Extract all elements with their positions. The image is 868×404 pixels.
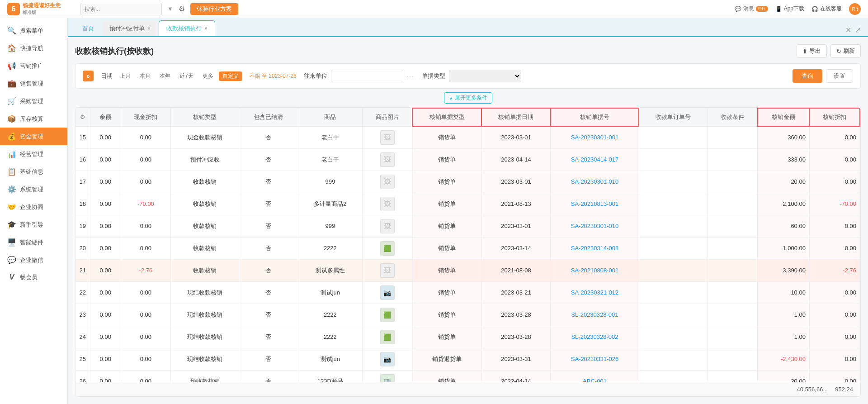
td-product: 999	[298, 215, 362, 237]
tab-bar: 首页 预付冲应付单 × 收款核销执行 × ✕ ⤢	[68, 18, 868, 37]
sidebar-item-nav[interactable]: 🏠 快捷导航	[0, 39, 67, 57]
settings-icon[interactable]: ⚙	[179, 5, 185, 13]
date-opt-this-year[interactable]: 本年	[156, 71, 174, 81]
bill-no-link[interactable]: SA-20210813-001	[571, 200, 619, 207]
sidebar-item-hardware[interactable]: 🖥️ 智能硬件	[0, 233, 67, 251]
date-opt-this-month[interactable]: 本月	[136, 71, 154, 81]
td-writeoff-amount: 2,100.00	[758, 193, 810, 215]
bill-type-select[interactable]	[449, 70, 521, 82]
bill-no-link[interactable]: SA-20230331-026	[571, 356, 619, 362]
td-receipt-condition	[708, 126, 758, 148]
sidebar-item-collab[interactable]: 🤝 企业协同	[0, 198, 67, 216]
sidebar-item-purchase[interactable]: 🛒 采购管理	[0, 92, 67, 110]
sidebar-item-member[interactable]: V 畅会员	[0, 269, 67, 286]
sidebar-item-system[interactable]: ⚙️ 系统管理	[0, 181, 67, 198]
td-receipt-order-no	[639, 126, 708, 148]
table-row: 15 0.00 0.00 现金收款核销 否 老白干 🖼 销货单 2023-03-…	[75, 126, 860, 148]
tab-writeoff-close[interactable]: ×	[204, 25, 208, 32]
bill-no-link[interactable]: SL-20230328-002	[571, 333, 618, 340]
page-title: 收款核销执行(按收款)	[75, 46, 154, 57]
td-balance: 0.00	[90, 259, 121, 281]
td-id: 23	[75, 304, 90, 326]
member-icon: V	[7, 273, 16, 281]
sidebar-label-search: 搜索菜单	[20, 27, 43, 35]
tab-prepay-close[interactable]: ×	[147, 25, 151, 32]
date-opt-last-month[interactable]: 上月	[116, 71, 134, 81]
td-receipt-order-no	[639, 304, 708, 326]
bill-no-link[interactable]: SA-20230301-001	[571, 134, 619, 141]
td-receipt-condition	[708, 193, 758, 215]
bill-no-link[interactable]: SA-20230301-010	[571, 223, 619, 229]
td-bill-date: 2021-08-13	[481, 193, 551, 215]
sidebar-item-management[interactable]: 📊 经营管理	[0, 145, 67, 163]
td-writeoff-type: 预付冲应收	[170, 148, 239, 171]
td-bill-date: 2022-04-14	[481, 370, 551, 382]
source-dots[interactable]: ···	[407, 73, 415, 80]
td-writeoff-type: 现金收款核销	[170, 126, 239, 148]
sidebar-label-wechat: 企业微信	[20, 256, 43, 264]
search-chevron-icon[interactable]: ▼	[167, 5, 173, 12]
td-product-image: 📷	[362, 348, 412, 370]
date-opt-custom[interactable]: 自定义	[219, 71, 242, 81]
sidebar-item-guide[interactable]: 🎓 新手引导	[0, 216, 67, 233]
sidebar-label-purchase: 采购管理	[20, 97, 43, 105]
top-search-input[interactable]	[80, 3, 162, 15]
sidebar-item-basic[interactable]: 📋 基础信息	[0, 163, 67, 181]
user-avatar[interactable]: Rit	[849, 3, 861, 15]
notification-area[interactable]: 💬 消息 99+	[735, 5, 768, 13]
source-input[interactable]	[331, 70, 403, 82]
tab-prepay[interactable]: 预付冲应付单 ×	[102, 21, 158, 36]
sidebar-item-marketing[interactable]: 📢 营销推广	[0, 57, 67, 75]
table-row: 20 0.00 0.00 收款核销 否 2222 🟩 销货单 2023-03-1…	[75, 237, 860, 259]
online-service-link[interactable]: 🎧 在线客服	[811, 5, 842, 13]
date-opt-more[interactable]: 更多	[199, 71, 217, 81]
tab-home[interactable]: 首页	[75, 21, 101, 36]
sidebar-item-inventory[interactable]: 📦 库存核算	[0, 110, 67, 128]
bill-no-link[interactable]: SA-20230414-017	[571, 156, 619, 163]
td-writeoff-amount: 1,000.00	[758, 237, 810, 259]
th-writeoff-type: 核销类型	[170, 108, 239, 126]
table-scroll-area[interactable]: ⚙ 余额 现金折扣 核销类型 包含已结清 商品 商品图片 核销单据类型 核销单据…	[75, 108, 860, 382]
td-receipt-condition	[708, 326, 758, 348]
td-cash-discount: 0.00	[121, 281, 170, 304]
guide-icon: 🎓	[7, 220, 16, 229]
close-window-icon[interactable]: ✕	[845, 26, 851, 34]
sidebar-item-search[interactable]: 🔍 搜索菜单	[0, 22, 67, 39]
td-bill-type: 销货单	[412, 237, 481, 259]
td-product: 999	[298, 171, 362, 193]
th-settings: ⚙	[75, 108, 90, 126]
filter-settings-button[interactable]: 设置	[826, 69, 853, 83]
td-product-image: 🖼	[362, 215, 412, 237]
column-settings-icon[interactable]: ⚙	[80, 114, 85, 120]
td-balance: 0.00	[90, 370, 121, 382]
export-button[interactable]: ⬆ 导出	[797, 44, 827, 58]
filter-action-buttons: 查询 设置	[793, 69, 853, 83]
filter-expand-button[interactable]: »	[83, 71, 94, 81]
td-include-settled: 否	[239, 193, 298, 215]
td-bill-no: SA-20230301-010	[551, 215, 639, 237]
maximize-icon[interactable]: ⤢	[855, 26, 861, 34]
app-download-link[interactable]: 📱 App下载	[775, 5, 804, 13]
bill-no-link[interactable]: SL-20230328-001	[571, 311, 618, 318]
date-opt-7days[interactable]: 近7天	[176, 71, 197, 81]
td-cash-discount: 0.00	[121, 215, 170, 237]
query-button[interactable]: 查询	[793, 69, 822, 83]
bill-no-link[interactable]: SA-20230314-008	[571, 245, 619, 252]
refresh-button[interactable]: ↻ 刷新	[830, 44, 861, 58]
expand-more-button[interactable]: ∨ 展开更多条件	[444, 92, 492, 104]
bill-no-link[interactable]: ABC-001	[583, 378, 607, 382]
bill-no-link[interactable]: SA-20210808-001	[571, 267, 619, 274]
td-product: 老白干	[298, 148, 362, 171]
purchase-icon: 🛒	[7, 97, 16, 105]
app-download-icon: 📱	[775, 6, 782, 12]
sidebar-item-sales[interactable]: 💼 销售管理	[0, 75, 67, 92]
td-include-settled: 否	[239, 126, 298, 148]
bill-no-link[interactable]: SA-20230321-012	[571, 289, 619, 296]
bill-no-link[interactable]: SA-20230301-010	[571, 178, 619, 185]
sidebar-item-wechat[interactable]: 💬 企业微信	[0, 251, 67, 269]
tab-writeoff[interactable]: 收款核销执行 ×	[159, 20, 215, 36]
sidebar-item-finance[interactable]: 💰 资金管理	[0, 128, 67, 145]
industry-button[interactable]: 休验行业方案	[190, 3, 238, 15]
page-actions: ⬆ 导出 ↻ 刷新	[797, 44, 861, 58]
system-icon: ⚙️	[7, 185, 16, 194]
